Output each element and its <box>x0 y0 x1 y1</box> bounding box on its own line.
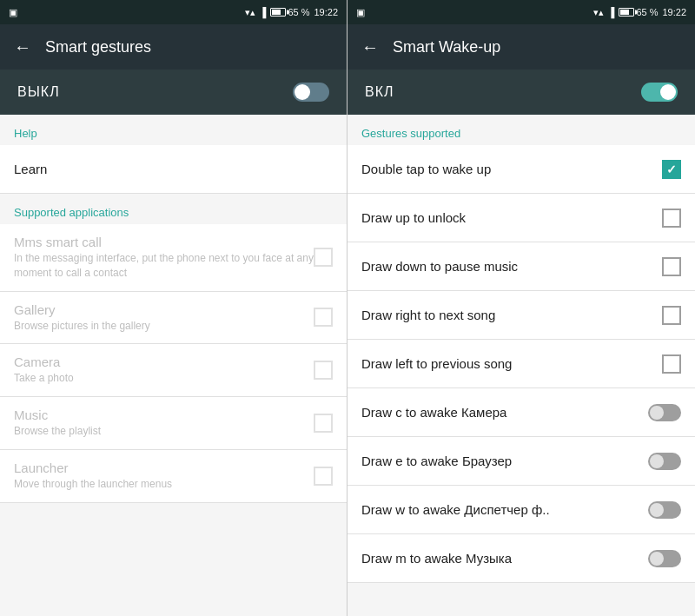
draw-up-checkbox[interactable] <box>662 209 681 228</box>
draw-left-item[interactable]: Draw left to previous song <box>348 340 695 388</box>
gallery-subtitle: Browse pictures in the gallery <box>14 319 314 334</box>
left-panel: ▣ ▾▴ ▐ 65 % 19:22 ← Smart gestures ВЫКЛ … <box>0 0 348 616</box>
draw-left-title: Draw left to previous song <box>361 356 662 371</box>
draw-left-text: Draw left to previous song <box>361 356 662 371</box>
right-panel-title: Smart Wake-up <box>393 38 500 56</box>
draw-down-checkbox[interactable] <box>662 257 681 276</box>
status-bar-left: ▣ ▾▴ ▐ 65 % 19:22 <box>0 0 347 24</box>
status-icons-left: ▣ <box>9 7 17 18</box>
draw-m-knob <box>650 552 664 566</box>
status-icons-right-r: ▾▴ ▐ 65 % 19:22 <box>593 7 686 18</box>
gallery-checkbox[interactable] <box>314 308 333 327</box>
left-toggle-knob <box>295 84 310 100</box>
music-checkbox[interactable] <box>314 414 333 433</box>
right-content: Gestures supported Double tap to wake up… <box>348 115 695 616</box>
draw-right-item[interactable]: Draw right to next song <box>348 291 695 340</box>
battery-pct: 65 % <box>288 7 309 17</box>
back-button-right[interactable]: ← <box>361 37 379 57</box>
double-tap-checkbox[interactable] <box>662 160 681 179</box>
wifi-icon: ▾▴ <box>245 7 255 18</box>
left-panel-title: Smart gestures <box>45 38 151 56</box>
launcher-checkbox[interactable] <box>314 467 333 486</box>
draw-right-title: Draw right to next song <box>361 308 662 322</box>
left-content: Help Learn Supported applications Mms sm… <box>0 115 347 616</box>
learn-title: Learn <box>14 162 333 176</box>
draw-c-toggle[interactable] <box>648 404 681 421</box>
double-tap-item[interactable]: Double tap to wake up <box>348 145 695 194</box>
launcher-item[interactable]: Launcher Move through the launcher menus <box>0 450 347 503</box>
status-bar-right: ▣ ▾▴ ▐ 65 % 19:22 <box>348 0 695 24</box>
draw-down-title: Draw down to pause music <box>361 259 662 274</box>
camera-item[interactable]: Camera Take a photo <box>0 344 347 397</box>
time-left: 19:22 <box>314 7 338 17</box>
mms-title: Mms smart call <box>14 235 314 249</box>
right-toggle-switch[interactable] <box>641 83 678 102</box>
music-item[interactable]: Music Browse the playlist <box>0 397 347 450</box>
back-button-left[interactable]: ← <box>14 37 31 57</box>
mms-text: Mms smart call In the messaging interfac… <box>14 235 314 281</box>
draw-e-toggle[interactable] <box>648 453 681 470</box>
battery-fill <box>272 10 281 15</box>
battery-pct-r: 65 % <box>636 7 658 17</box>
camera-subtitle: Take a photo <box>14 371 314 386</box>
draw-up-item[interactable]: Draw up to unlock <box>348 194 695 242</box>
mms-subtitle: In the messaging interface, put the phon… <box>14 251 314 281</box>
battery-fill-r <box>620 10 629 15</box>
right-panel: ▣ ▾▴ ▐ 65 % 19:22 ← Smart Wake-up ВКЛ Ge… <box>348 0 695 616</box>
left-toggle-switch[interactable] <box>293 83 329 102</box>
draw-c-item[interactable]: Draw c to awake Камера <box>348 388 695 437</box>
left-toggle-row: ВЫКЛ <box>0 70 347 115</box>
draw-w-item[interactable]: Draw w to awake Диспетчер ф.. <box>348 486 695 534</box>
signal-icon-r: ▐ <box>608 7 615 17</box>
draw-e-knob <box>650 454 664 468</box>
draw-w-title: Draw w to awake Диспетчер ф.. <box>361 502 648 517</box>
time-right: 19:22 <box>662 7 686 17</box>
right-toggle-label: ВКЛ <box>365 84 394 100</box>
right-header: ← Smart Wake-up <box>348 24 695 70</box>
signal-icon: ▐ <box>260 7 267 17</box>
draw-down-text: Draw down to pause music <box>361 259 662 274</box>
mms-item[interactable]: Mms smart call In the messaging interfac… <box>0 224 347 292</box>
double-tap-text: Double tap to wake up <box>361 162 662 176</box>
draw-m-item[interactable]: Draw m to awake Музыка <box>348 534 695 583</box>
gallery-item[interactable]: Gallery Browse pictures in the gallery <box>0 292 347 345</box>
launcher-text: Launcher Move through the launcher menus <box>14 460 314 492</box>
music-subtitle: Browse the playlist <box>14 424 314 439</box>
gallery-text: Gallery Browse pictures in the gallery <box>14 302 314 334</box>
draw-right-checkbox[interactable] <box>662 306 681 325</box>
draw-left-checkbox[interactable] <box>662 354 681 374</box>
right-toggle-row: ВКЛ <box>348 70 695 115</box>
draw-m-title: Draw m to awake Музыка <box>361 551 648 566</box>
learn-item[interactable]: Learn <box>0 145 347 194</box>
draw-m-text: Draw m to awake Музыка <box>361 551 648 566</box>
draw-w-knob <box>650 503 664 517</box>
learn-text: Learn <box>14 162 333 176</box>
draw-down-item[interactable]: Draw down to pause music <box>348 242 695 291</box>
music-title: Music <box>14 407 314 422</box>
draw-e-title: Draw e to awake Браузер <box>361 454 648 468</box>
mms-checkbox[interactable] <box>314 248 333 267</box>
battery-indicator: 65 % <box>270 7 309 17</box>
gallery-title: Gallery <box>14 302 314 317</box>
draw-e-item[interactable]: Draw e to awake Браузер <box>348 437 695 486</box>
supported-apps-heading: Supported applications <box>0 194 347 224</box>
wifi-icon-r: ▾▴ <box>593 7 604 18</box>
draw-w-text: Draw w to awake Диспетчер ф.. <box>361 502 648 517</box>
launcher-title: Launcher <box>14 460 314 475</box>
draw-w-toggle[interactable] <box>648 501 681 519</box>
battery-icon <box>270 8 286 17</box>
camera-text: Camera Take a photo <box>14 354 314 386</box>
battery-indicator-r: 65 % <box>619 7 658 17</box>
left-toggle-label: ВЫКЛ <box>17 84 60 100</box>
camera-checkbox[interactable] <box>314 361 333 380</box>
screen-icon-r: ▣ <box>356 7 365 18</box>
draw-m-toggle[interactable] <box>648 550 681 567</box>
double-tap-title: Double tap to wake up <box>361 162 662 176</box>
draw-up-text: Draw up to unlock <box>361 210 662 225</box>
draw-right-text: Draw right to next song <box>361 308 662 322</box>
screen-icon: ▣ <box>9 7 17 18</box>
launcher-subtitle: Move through the launcher menus <box>14 477 314 492</box>
right-toggle-knob <box>660 84 676 100</box>
draw-c-text: Draw c to awake Камера <box>361 405 648 420</box>
battery-icon-r <box>619 8 634 17</box>
